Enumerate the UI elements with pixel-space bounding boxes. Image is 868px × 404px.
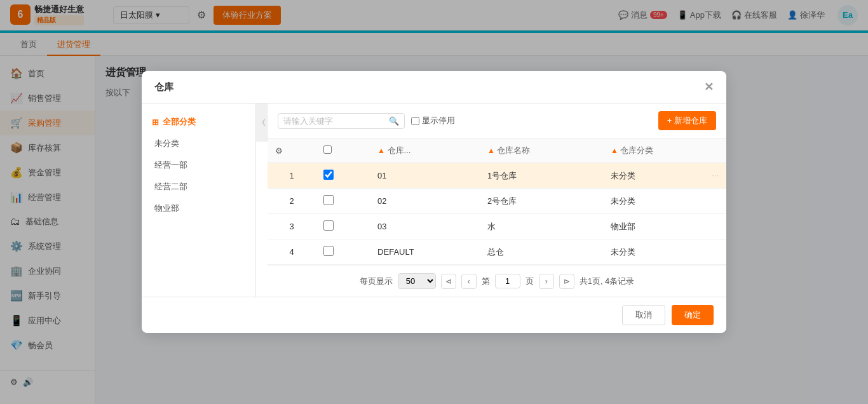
select-all-checkbox[interactable] bbox=[323, 145, 332, 154]
add-warehouse-button[interactable]: + 新增仓库 bbox=[658, 111, 716, 130]
table-row[interactable]: 3 03 水 物业部 bbox=[268, 214, 726, 239]
last-page-button[interactable]: ⊳ bbox=[559, 274, 574, 289]
search-wrap: 🔍 bbox=[278, 113, 405, 129]
category-all[interactable]: ⊞ 全部分类 bbox=[142, 111, 255, 133]
pagination: 每页显示 50 100 200 ⊲ ‹ 第 页 › ⊳ 共1页, 4条记录 bbox=[268, 265, 726, 297]
total-records: 共1页, 4条记录 bbox=[580, 276, 635, 287]
per-page-select[interactable]: 50 100 200 bbox=[398, 273, 436, 289]
table-panel: 🔍 显示停用 + 新增仓库 ⚙ bbox=[268, 104, 726, 297]
collapse-panel-button[interactable]: 《 bbox=[256, 104, 268, 142]
category-ops2[interactable]: 经营二部 bbox=[142, 176, 255, 198]
category-panel: ⊞ 全部分类 未分类 经营一部 经营二部 物业部 bbox=[142, 104, 256, 297]
sort-icon: ▲ bbox=[377, 146, 385, 155]
prev-page-button[interactable]: ‹ bbox=[461, 274, 477, 289]
show-disabled-label[interactable]: 显示停用 bbox=[411, 115, 455, 126]
search-input[interactable] bbox=[283, 116, 385, 126]
modal-title: 仓库 bbox=[154, 81, 173, 93]
row-settings-3[interactable]: 3 bbox=[268, 214, 316, 239]
row-name-1: 1号仓库 bbox=[480, 163, 603, 189]
page-number-input[interactable] bbox=[495, 274, 520, 288]
row-name-4: 总仓 bbox=[480, 239, 603, 265]
warehouse-table: ⚙ ▲ 仓库... ▲ 仓库名称 bbox=[268, 138, 726, 265]
row-category-3: 物业部 bbox=[603, 214, 726, 239]
page-label: 第 bbox=[482, 276, 490, 287]
row-name-2: 2号仓库 bbox=[480, 189, 603, 214]
sort-name-icon: ▲ bbox=[487, 146, 495, 155]
row-checkbox-3[interactable] bbox=[316, 214, 370, 239]
category-ops1[interactable]: 经营一部 bbox=[142, 154, 255, 176]
category-unclassified[interactable]: 未分类 bbox=[142, 133, 255, 154]
row-checkbox-4[interactable] bbox=[316, 239, 370, 265]
table-header: ⚙ ▲ 仓库... ▲ 仓库名称 bbox=[268, 138, 726, 163]
table-wrap: ⚙ ▲ 仓库... ▲ 仓库名称 bbox=[268, 138, 726, 265]
row-code-1: 01 bbox=[370, 163, 480, 189]
modal-body: ⊞ 全部分类 未分类 经营一部 经营二部 物业部 《 🔍 bbox=[142, 104, 726, 297]
row-settings-2[interactable]: 2 bbox=[268, 189, 316, 214]
category-property[interactable]: 物业部 bbox=[142, 198, 255, 219]
modal-header: 仓库 ✕ bbox=[142, 71, 726, 104]
row-category-2: 未分类 bbox=[603, 189, 726, 214]
modal-footer: 取消 确定 bbox=[142, 297, 726, 333]
per-page-label: 每页显示 bbox=[360, 276, 393, 287]
row-checkbox-2[interactable] bbox=[316, 189, 370, 214]
row-checkbox-1[interactable] bbox=[316, 163, 370, 189]
row-code-3: 03 bbox=[370, 214, 480, 239]
category-all-label: 全部分类 bbox=[163, 116, 196, 128]
col-checkbox bbox=[316, 138, 370, 163]
row-code-4: DEFAULT bbox=[370, 239, 480, 265]
show-disabled-text: 显示停用 bbox=[422, 115, 455, 126]
table-toolbar: 🔍 显示停用 + 新增仓库 bbox=[268, 104, 726, 138]
first-page-button[interactable]: ⊲ bbox=[441, 274, 456, 289]
modal-overlay: 仓库 ✕ ⊞ 全部分类 未分类 经营一部 经营二部 物业部 《 bbox=[0, 0, 868, 404]
confirm-button[interactable]: 确定 bbox=[672, 305, 714, 325]
col-name[interactable]: ▲ 仓库名称 bbox=[480, 138, 603, 163]
warehouse-modal: 仓库 ✕ ⊞ 全部分类 未分类 经营一部 经营二部 物业部 《 bbox=[142, 71, 726, 333]
show-disabled-checkbox[interactable] bbox=[411, 117, 419, 125]
table-row[interactable]: 2 02 2号仓库 未分类 bbox=[268, 189, 726, 214]
table-row[interactable]: 4 DEFAULT 总仓 未分类 bbox=[268, 239, 726, 265]
next-page-button[interactable]: › bbox=[539, 274, 554, 289]
row-settings-1[interactable]: 1 bbox=[268, 163, 316, 189]
grid-icon: ⊞ bbox=[152, 118, 159, 127]
sort-cat-icon: ▲ bbox=[611, 146, 618, 155]
col-code[interactable]: ▲ 仓库... bbox=[370, 138, 480, 163]
page-suffix: 页 bbox=[526, 276, 534, 287]
row-category-4: 未分类 bbox=[603, 239, 726, 265]
modal-close-button[interactable]: ✕ bbox=[704, 80, 714, 94]
cancel-button[interactable]: 取消 bbox=[622, 305, 665, 325]
col-settings: ⚙ bbox=[268, 138, 316, 163]
row-category-1: 未分类 ··· bbox=[603, 163, 726, 189]
row-name-3: 水 bbox=[480, 214, 603, 239]
row-settings-4[interactable]: 4 bbox=[268, 239, 316, 265]
search-icon[interactable]: 🔍 bbox=[389, 116, 399, 126]
row-code-2: 02 bbox=[370, 189, 480, 214]
table-row[interactable]: 1 01 1号仓库 未分类 ··· bbox=[268, 163, 726, 189]
table-body: 1 01 1号仓库 未分类 ··· 2 02 2号仓库 bbox=[268, 163, 726, 265]
col-category[interactable]: ▲ 仓库分类 bbox=[603, 138, 726, 163]
